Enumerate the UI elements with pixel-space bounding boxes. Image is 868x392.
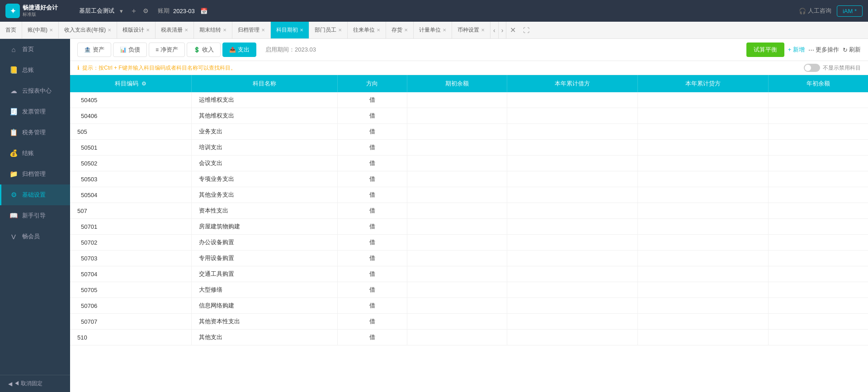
cell-opening-balance[interactable] [769, 124, 868, 140]
cell-init-balance[interactable] [407, 250, 507, 266]
project-dropdown-icon[interactable]: ▾ [120, 8, 123, 14]
header-add-button[interactable]: ＋ [130, 6, 137, 16]
sidebar-item-invoice[interactable]: 🧾 发票管理 [0, 101, 70, 122]
sidebar-item-closing[interactable]: 💰 结账 [0, 143, 70, 164]
cell-ytd-debit[interactable] [507, 219, 638, 235]
cell-ytd-debit[interactable] [507, 92, 638, 108]
calc-balance-button[interactable]: 试算平衡 [746, 43, 784, 57]
tab-department-close[interactable]: ✕ [338, 28, 342, 33]
cell-init-balance[interactable] [407, 282, 507, 298]
cell-ytd-debit[interactable] [507, 140, 638, 156]
tab-counterparty-close[interactable]: ✕ [377, 28, 380, 33]
tab-period-end[interactable]: 期末结转 ✕ [194, 22, 232, 38]
tabs-expand-button[interactable]: ⛶ [519, 22, 533, 38]
period-calendar-icon[interactable]: 📅 [200, 8, 208, 14]
tab-income-expense[interactable]: 收入支出表(年报) ✕ [59, 22, 117, 38]
table-row[interactable]: 50501 培训支出 借 [70, 140, 868, 156]
cell-ytd-debit[interactable] [507, 282, 638, 298]
cell-ytd-credit[interactable] [638, 171, 769, 187]
cell-ytd-debit[interactable] [507, 235, 638, 250]
cell-ytd-credit[interactable] [638, 187, 769, 203]
cell-ytd-debit[interactable] [507, 171, 638, 187]
cell-init-balance[interactable] [407, 330, 507, 345]
cell-opening-balance[interactable] [769, 187, 868, 203]
table-row[interactable]: 50504 其他业务支出 借 [70, 187, 868, 203]
table-row[interactable]: 50405 运维维权支出 借 [70, 92, 868, 108]
cell-ytd-debit[interactable] [507, 108, 638, 124]
sidebar-pin-button[interactable]: ◀ ◀ 取消固定 [0, 375, 70, 392]
cell-init-balance[interactable] [407, 203, 507, 219]
subtab-income[interactable]: 💲 收入 [187, 43, 221, 57]
tab-mid-period[interactable]: 账(中期) ✕ [22, 22, 59, 38]
cell-opening-balance[interactable] [769, 266, 868, 282]
tabs-next-button[interactable]: › [499, 22, 507, 38]
cell-init-balance[interactable] [407, 92, 507, 108]
cell-opening-balance[interactable] [769, 330, 868, 345]
sidebar-item-ledger[interactable]: 📒 总账 [0, 60, 70, 80]
tab-template-close[interactable]: ✕ [146, 28, 150, 33]
tab-inventory-close[interactable]: ✕ [404, 28, 408, 33]
cell-opening-balance[interactable] [769, 314, 868, 330]
table-row[interactable]: 50704 交通工具购置 借 [70, 266, 868, 282]
subtab-liability[interactable]: 📊 负债 [113, 43, 147, 57]
tab-measure[interactable]: 计量单位 ✕ [414, 22, 452, 38]
cell-ytd-credit[interactable] [638, 124, 769, 140]
cell-ytd-credit[interactable] [638, 250, 769, 266]
sidebar-item-tax[interactable]: 📋 税务管理 [0, 122, 70, 143]
add-button[interactable]: + 新增 [788, 46, 805, 54]
cell-opening-balance[interactable] [769, 219, 868, 235]
cell-ytd-credit[interactable] [638, 235, 769, 250]
tabs-prev-button[interactable]: ‹ [491, 22, 499, 38]
table-row[interactable]: 50706 信息网络购建 借 [70, 298, 868, 314]
tab-period-end-close[interactable]: ✕ [223, 28, 226, 33]
tabs-close-all-button[interactable]: ✕ [506, 22, 519, 38]
cell-init-balance[interactable] [407, 124, 507, 140]
sidebar-item-archive[interactable]: 📁 归档管理 [0, 164, 70, 184]
disable-toggle[interactable] [804, 64, 820, 72]
tab-template[interactable]: 模版设计 ✕ [117, 22, 156, 38]
tab-mid-period-close[interactable]: ✕ [49, 28, 53, 33]
cell-opening-balance[interactable] [769, 203, 868, 219]
cell-opening-balance[interactable] [769, 156, 868, 171]
cell-ytd-debit[interactable] [507, 266, 638, 282]
subtab-net-asset[interactable]: ≡ 净资产 [149, 43, 185, 57]
cell-init-balance[interactable] [407, 140, 507, 156]
cell-ytd-credit[interactable] [638, 92, 769, 108]
cell-ytd-credit[interactable] [638, 314, 769, 330]
cell-ytd-debit[interactable] [507, 187, 638, 203]
table-row[interactable]: 50707 其他资本性支出 借 [70, 314, 868, 330]
iamstar-button[interactable]: iAM * [837, 5, 863, 17]
sidebar-item-settings[interactable]: ⚙ 基础设置 [0, 184, 70, 205]
cell-init-balance[interactable] [407, 108, 507, 124]
cell-ytd-debit[interactable] [507, 203, 638, 219]
sidebar-item-member[interactable]: V 畅会员 [0, 226, 70, 247]
cell-opening-balance[interactable] [769, 282, 868, 298]
tab-home[interactable]: 首页 [0, 22, 22, 38]
tab-subject-init[interactable]: 科目期初 ✕ [271, 22, 309, 38]
sidebar-item-home[interactable]: ⌂ 首页 [0, 39, 70, 60]
cell-ytd-credit[interactable] [638, 298, 769, 314]
cell-init-balance[interactable] [407, 171, 507, 187]
table-row[interactable]: 50705 大型修缮 借 [70, 282, 868, 298]
cell-ytd-credit[interactable] [638, 140, 769, 156]
cell-ytd-debit[interactable] [507, 156, 638, 171]
table-row[interactable]: 50702 办公设备购置 借 [70, 235, 868, 250]
more-button[interactable]: ⋯ 更多操作 [808, 46, 839, 54]
th-settings-icon[interactable]: ⚙ [142, 80, 146, 87]
tab-department[interactable]: 部门员工 ✕ [309, 22, 348, 38]
tab-currency-close[interactable]: ✕ [481, 28, 485, 33]
cell-opening-balance[interactable] [769, 250, 868, 266]
tab-archive-close[interactable]: ✕ [261, 28, 265, 33]
cell-init-balance[interactable] [407, 219, 507, 235]
tab-tax[interactable]: 税表清册 ✕ [156, 22, 194, 38]
cell-init-balance[interactable] [407, 235, 507, 250]
table-row[interactable]: 50503 专项业务支出 借 [70, 171, 868, 187]
cell-opening-balance[interactable] [769, 298, 868, 314]
tab-income-expense-close[interactable]: ✕ [108, 28, 111, 33]
cell-opening-balance[interactable] [769, 235, 868, 250]
table-row[interactable]: 50406 其他维权支出 借 [70, 108, 868, 124]
cell-ytd-credit[interactable] [638, 156, 769, 171]
sidebar-item-guide[interactable]: 📖 新手引导 [0, 205, 70, 226]
cell-ytd-credit[interactable] [638, 266, 769, 282]
cell-init-balance[interactable] [407, 298, 507, 314]
